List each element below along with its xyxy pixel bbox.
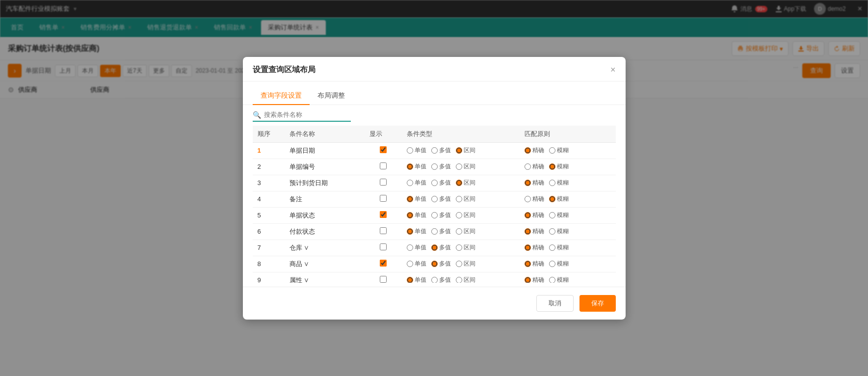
tab-layout-adjust-label: 布局调整 [317,91,345,99]
tab-query-fields-label: 查询字段设置 [261,91,302,99]
dialog-title: 设置查询区域布局 [253,65,316,75]
tab-query-fields[interactable]: 查询字段设置 [253,87,310,99]
dialog-header: 设置查询区域布局 × [243,57,626,81]
dialog-tabs: 查询字段设置 布局调整 [243,81,626,99]
tab-layout-adjust[interactable]: 布局调整 [310,87,353,99]
dialog-close-button[interactable]: × [610,65,616,74]
modal-overlay: 设置查询区域布局 × 查询字段设置 布局调整 🔍 [0,0,868,99]
settings-dialog: 设置查询区域布局 × 查询字段设置 布局调整 🔍 [243,57,626,99]
